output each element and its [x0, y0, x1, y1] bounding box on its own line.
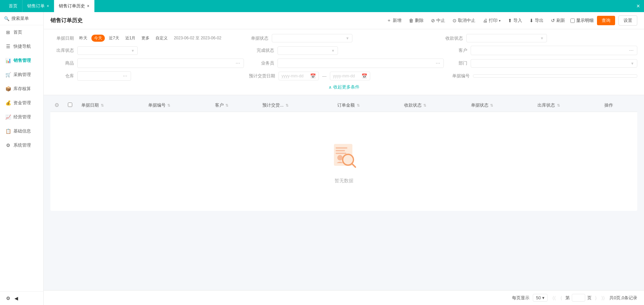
sidebar-item-system[interactable]: ⚙ 系统管理 [0, 138, 43, 152]
export-button[interactable]: ⬇ 导出 [527, 16, 546, 25]
toolbar: ＋ 新增 🗑 删除 ⊘ 中止 ⊙ 取消中止 🖨 打印 [385, 15, 637, 26]
order-no-input[interactable] [473, 74, 637, 78]
payment-status-select[interactable]: ▾ [466, 34, 547, 42]
basic-info-icon: 📋 [5, 128, 11, 134]
department-field: ▾ [471, 59, 637, 68]
home-icon: ⊞ [5, 30, 11, 35]
sort-amount-icon[interactable]: ⇅ [357, 103, 360, 107]
delete-label: 删除 [415, 17, 424, 24]
page-last-button[interactable]: ⟩⟩ [600, 295, 606, 301]
product-dots[interactable]: ··· [235, 60, 240, 66]
import-icon: ⬆ [508, 18, 512, 23]
date-tag-1month[interactable]: 近1月 [123, 35, 138, 42]
table-area: ⚙ 单据日期 ⇅ 单据编号 ⇅ [44, 95, 644, 290]
page-first-button[interactable]: ⟨⟨ [551, 295, 557, 301]
date-tag-custom[interactable]: 自定义 [154, 35, 170, 42]
settings-button[interactable]: 设置 [618, 15, 637, 26]
date-tag-yesterday[interactable]: 昨天 [77, 35, 89, 42]
tab-sales-order-history-close[interactable]: × [87, 4, 89, 8]
import-button[interactable]: ⬆ 导入 [506, 16, 524, 25]
order-no-label: 单据编号 [449, 73, 473, 79]
sort-order-no-icon[interactable]: ⇅ [167, 103, 170, 107]
sidebar-search-label: 搜索菜单 [11, 15, 29, 22]
product-input[interactable]: ··· [77, 59, 244, 68]
svg-rect-2 [336, 150, 345, 151]
completion-status-select[interactable]: ▾ [277, 46, 338, 55]
cancel-stop-button[interactable]: ⊙ 取消中止 [450, 16, 477, 25]
empty-state-row: 暂无数据 [50, 112, 637, 211]
filter-area: 单据日期 昨天 今天 近7天 近1月 更多 自定义 2023-06-02 至 2… [44, 29, 644, 95]
search-icon: 🔍 [4, 16, 9, 21]
tab-sales-order[interactable]: 销售订单 × [23, 0, 54, 12]
sidebar-label-home: 首页 [13, 29, 22, 35]
salesperson-dots[interactable]: ··· [436, 60, 440, 66]
collapse-icon[interactable]: ◀ [13, 296, 19, 301]
sidebar-item-operations[interactable]: 📈 经营管理 [0, 110, 43, 124]
page-size-select[interactable]: 50 ▾ [533, 294, 547, 302]
expected-date-to[interactable]: yyyy-mm-dd 📅 [330, 72, 370, 80]
sidebar-item-basic-info[interactable]: 📋 基础信息 [0, 124, 43, 138]
salesperson-field: ··· [277, 59, 444, 68]
table-settings-button[interactable]: ⚙ [54, 102, 59, 108]
date-separator: — [322, 74, 327, 79]
page-header: 销售订单历史 ＋ 新增 🗑 删除 ⊘ 中止 ⊙ 取消中止 [44, 12, 644, 29]
customer-dots[interactable]: ··· [629, 47, 634, 53]
tab-sales-order-history[interactable]: 销售订单历史 × [54, 0, 94, 12]
warehouse-dots[interactable]: ··· [123, 73, 127, 79]
print-icon: 🖨 [483, 18, 487, 23]
department-arrow: ▾ [631, 61, 634, 66]
refresh-icon: ↺ [551, 18, 555, 23]
date-tag-today[interactable]: 今天 [91, 35, 105, 42]
page-title: 销售订单历史 [50, 17, 83, 24]
select-all-checkbox[interactable] [68, 103, 72, 107]
date-tag-7days[interactable]: 近7天 [107, 35, 121, 42]
sidebar-item-finance[interactable]: 💰 资金管理 [0, 96, 43, 110]
new-button[interactable]: ＋ 新增 [385, 16, 403, 25]
purchase-mgmt-icon: 🛒 [5, 72, 11, 77]
new-label: 新增 [393, 17, 401, 24]
stop-button[interactable]: ⊘ 中止 [429, 16, 447, 25]
sort-payment-status-icon[interactable]: ⇅ [423, 103, 426, 107]
collapse-button[interactable]: ∧ 收起更多条件 [329, 84, 359, 90]
sort-date-icon[interactable]: ⇅ [101, 103, 104, 107]
sort-order-status-icon[interactable]: ⇅ [490, 103, 493, 107]
page-size-arrow: ▾ [542, 295, 545, 300]
print-label: 打印 [489, 17, 498, 24]
order-status-select[interactable]: ▾ [272, 34, 352, 42]
expected-date-from[interactable]: yyyy-mm-dd 📅 [278, 72, 319, 80]
warehouse-input[interactable]: ··· [77, 71, 131, 81]
operations-icon: 📈 [5, 114, 11, 120]
date-tag-more[interactable]: 更多 [139, 35, 152, 42]
display-columns-checkbox[interactable] [570, 18, 575, 23]
sort-outbound-status-icon[interactable]: ⇅ [557, 103, 560, 107]
sort-expected-date-icon[interactable]: ⇅ [286, 103, 289, 107]
customer-input[interactable]: ··· [471, 46, 637, 55]
page-number-input[interactable]: 1 [572, 294, 585, 302]
sidebar-item-home[interactable]: ⊞ 首页 [0, 25, 43, 39]
page-next-button[interactable]: ⟩ [594, 295, 598, 301]
svg-rect-3 [336, 153, 346, 154]
settings-bottom-icon[interactable]: ⚙ [5, 296, 11, 301]
col-customer-label: 客户 [215, 103, 224, 108]
refresh-button[interactable]: ↺ 刷新 [549, 16, 567, 25]
tab-sales-order-close[interactable]: × [47, 4, 49, 8]
sidebar-item-inventory[interactable]: 📦 库存核算 [0, 82, 43, 96]
completion-status-field: ▾ [277, 46, 444, 55]
department-select[interactable]: ▾ [471, 59, 637, 68]
sidebar-search[interactable]: 🔍 搜索菜单 [0, 12, 43, 25]
sidebar-item-purchase-mgmt[interactable]: 🛒 采购管理 [0, 68, 43, 82]
query-button[interactable]: 查询 [597, 16, 615, 25]
display-columns-toggle[interactable]: 显示明细 [570, 17, 594, 24]
sort-customer-icon[interactable]: ⇅ [225, 103, 228, 107]
page-prev-button[interactable]: ⟨ [559, 295, 563, 301]
date-filter-label: 单据日期 [50, 35, 77, 41]
delete-button[interactable]: 🗑 删除 [407, 16, 426, 25]
window-close-button[interactable]: × [636, 3, 640, 10]
tab-home[interactable]: 首页 [4, 0, 23, 12]
print-button[interactable]: 🖨 打印 ▾ [481, 16, 503, 25]
sidebar-item-quick-nav[interactable]: ☰ 快捷导航 [0, 39, 43, 53]
outbound-status-select[interactable]: ▾ [77, 46, 138, 55]
sidebar-item-sales-mgmt[interactable]: 📊 销售管理 [0, 53, 43, 68]
salesperson-input[interactable]: ··· [277, 59, 444, 68]
filter-row-4: 仓库 ··· 预计交货日期 yyyy-mm-dd 📅 — yyyy-mm- [50, 71, 637, 81]
